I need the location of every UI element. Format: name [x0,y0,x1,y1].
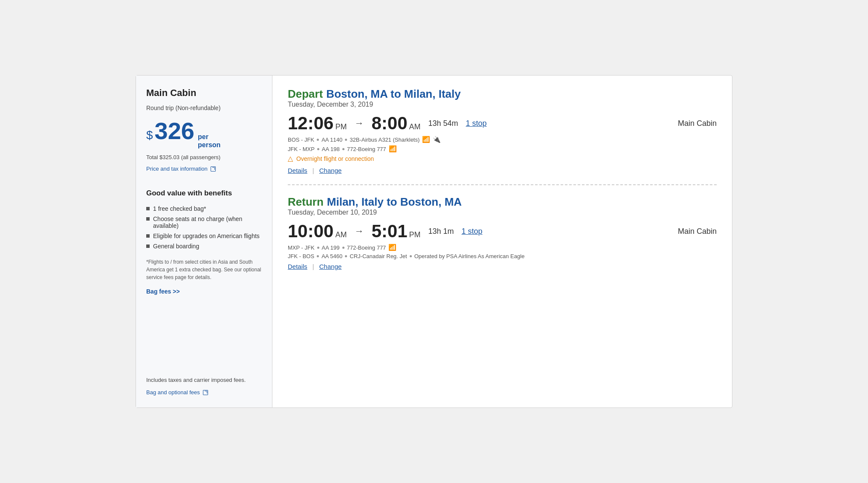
depart-date: Tuesday, December 3, 2019 [288,101,717,108]
pipe-separator: | [312,167,314,174]
arrow-icon: → [354,118,364,129]
left-panel: Main Cabin Round trip (Non-refundable) $… [136,76,272,407]
wifi-icon: 📶 [389,145,397,153]
arrive-time-block: 8:00 AM [371,114,420,132]
ret-seg1-flight: AA 199 [322,244,340,251]
stops-link[interactable]: 1 stop [466,119,487,128]
external-link-icon [203,390,208,395]
depart-section: Depart Boston, MA to Milan, Italy Tuesda… [288,87,717,184]
return-route-label: Milan, Italy to Boston, MA [327,195,462,209]
seg2-aircraft: 772-Boeing 777 [347,146,386,152]
duration-block: 13h 54m [428,119,458,128]
segment-1-row: BOS - JFK AA 1140 32B-Airbus A321 (Shark… [288,136,717,143]
ret-seg2-operated: Operated by PSA Airlines As American Eag… [414,253,525,259]
wifi-icon: 📶 [388,244,396,251]
return-cabin-badge: Main Cabin [678,227,717,236]
flight-card: Main Cabin Round trip (Non-refundable) $… [136,75,732,408]
return-arrive-time: 5:01 [371,222,407,240]
pipe-separator: | [312,263,314,270]
dot-separator [410,255,412,257]
seg1-aircraft: 32B-Airbus A321 (Sharklets) [350,137,420,143]
return-stops-link[interactable]: 1 stop [462,227,483,236]
price-per-person: perperson [198,133,220,149]
wifi-icon: 📶 [422,136,430,143]
depart-route-label: Boston, MA to Milan, Italy [326,87,460,101]
right-panel: Depart Boston, MA to Milan, Italy Tuesda… [272,76,732,407]
arrow-icon: → [354,226,364,237]
bag-optional-fees-link[interactable]: Bag and optional fees [146,389,262,396]
return-depart-time: 10:00 [288,222,333,240]
arrive-ampm: AM [409,122,420,131]
return-main-row: 10:00 AM → 5:01 PM 13h 1m 1 stop Main Ca… [288,222,717,240]
price-tax-link[interactable]: Price and tax information [146,166,262,172]
return-arrive-ampm: PM [409,230,420,239]
footnote: *Flights to / from select cities in Asia… [146,258,262,281]
price-row: $ 326 perperson [146,119,262,149]
depart-header: Depart Boston, MA to Milan, Italy Tuesda… [288,87,717,108]
price-dollar-sign: $ [146,128,153,142]
seg2-route: JFK - MXP [288,146,315,152]
dot-separator [317,255,319,257]
return-action-row: Details | Change [288,263,717,270]
return-change-link[interactable]: Change [319,263,342,270]
trip-type: Round trip (Non-refundable) [146,105,262,111]
cabin-badge: Main Cabin [678,119,717,128]
benefits-title: Good value with benefits [146,189,262,198]
power-icon: 🔌 [433,136,441,143]
return-depart-time-block: 10:00 AM [288,222,347,240]
return-duration-block: 13h 1m [428,227,454,236]
external-link-icon [211,166,216,172]
ret-seg1-aircraft: 772-Boeing 777 [347,244,386,251]
return-section: Return Milan, Italy to Boston, MA Tuesda… [288,195,717,280]
overnight-warning-row: △ Overnight flight or connection [288,154,717,163]
return-date: Tuesday, December 10, 2019 [288,209,717,216]
dot-separator [342,247,344,249]
bullet-icon [146,207,150,210]
depart-details-link[interactable]: Details [288,167,307,174]
dot-separator [342,148,344,150]
overnight-text: Overnight flight or connection [296,155,374,162]
bullet-icon [146,244,150,248]
benefit-item: Choose seats at no charge (when availabl… [146,215,262,229]
ret-seg2-flight: AA 5460 [321,253,342,259]
depart-time-block: 12:06 PM [288,114,347,132]
bullet-icon [146,234,150,238]
depart-ampm: PM [335,122,347,131]
dot-separator [345,139,347,141]
dot-separator [317,139,319,141]
price-amount: 326 [155,119,194,143]
return-details-link[interactable]: Details [288,263,307,270]
return-arrive-time-block: 5:01 PM [371,222,420,240]
benefits-list: 1 free checked bag* Choose seats at no c… [146,205,262,250]
depart-action-row: Details | Change [288,167,717,174]
seg1-route: BOS - JFK [288,137,314,143]
bottom-note: Includes taxes and carrier imposed fees. [146,377,262,383]
segment-2-row: JFK - MXP AA 198 772-Boeing 777 📶 [288,145,717,153]
bag-fees-link[interactable]: Bag fees >> [146,288,262,295]
benefit-item: 1 free checked bag* [146,205,262,212]
dot-separator [345,255,347,257]
depart-main-row: 12:06 PM → 8:00 AM 13h 54m 1 stop Main C… [288,114,717,132]
depart-direction-label: Depart [288,87,323,101]
cabin-title: Main Cabin [146,87,262,99]
bullet-icon [146,217,150,221]
return-duration-text: 13h 1m [428,227,454,236]
return-segment-2-row: JFK - BOS AA 5460 CRJ-Canadair Reg. Jet … [288,253,717,259]
arrive-time: 8:00 [371,114,407,132]
return-header: Return Milan, Italy to Boston, MA Tuesda… [288,195,717,216]
seg1-flight: AA 1140 [321,137,342,143]
return-direction-label: Return [288,195,324,209]
seg2-flight: AA 198 [322,146,340,152]
flight-divider [288,184,717,185]
benefit-item: Eligible for upgrades on American flight… [146,233,262,239]
dot-separator [317,148,319,150]
depart-time: 12:06 [288,114,333,132]
dot-separator [317,247,319,249]
return-depart-ampm: AM [335,230,347,239]
ret-seg2-aircraft: CRJ-Canadair Reg. Jet [350,253,407,259]
duration-text: 13h 54m [428,119,458,128]
ret-seg1-route: MXP - JFK [288,244,315,251]
depart-change-link[interactable]: Change [319,167,342,174]
benefit-item: General boarding [146,243,262,250]
total-price: Total $325.03 (all passengers) [146,154,262,160]
